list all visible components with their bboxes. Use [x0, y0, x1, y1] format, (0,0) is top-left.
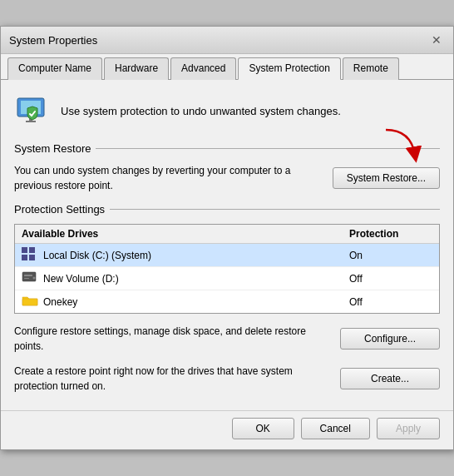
system-restore-button[interactable]: System Restore... [333, 167, 440, 189]
tab-remote[interactable]: Remote [343, 57, 399, 80]
drive-d-name: New Volume (D:) [43, 273, 119, 285]
configure-description: Configure restore settings, manage disk … [14, 324, 328, 354]
dialog-title: System Properties [9, 34, 97, 47]
svg-rect-12 [22, 299, 37, 305]
system-properties-dialog: System Properties ✕ Computer Name Hardwa… [0, 26, 454, 450]
protection-icon [14, 92, 51, 131]
drive-onekey-label: Onekey [22, 294, 349, 310]
svg-rect-6 [22, 255, 27, 260]
restore-row: You can undo system changes by reverting… [14, 163, 440, 193]
footer: OK Cancel Apply [1, 410, 453, 449]
system-restore-label: System Restore [14, 142, 91, 155]
protection-settings-label: Protection Settings [14, 203, 105, 216]
drive-c-protection: On [349, 250, 432, 261]
svg-rect-10 [24, 278, 29, 279]
drive-d-icon [22, 270, 38, 286]
table-header: Available Drives Protection [15, 225, 439, 244]
svg-rect-8 [22, 272, 36, 281]
drive-onekey-name: Onekey [43, 296, 77, 308]
tab-content: Use system protection to undo unwanted s… [1, 80, 453, 410]
system-restore-header: System Restore [14, 142, 440, 155]
svg-rect-9 [24, 275, 32, 276]
svg-rect-4 [22, 247, 27, 253]
svg-rect-3 [26, 121, 36, 122]
tab-hardware[interactable]: Hardware [104, 57, 169, 80]
drives-table: Available Drives Protection [14, 224, 440, 314]
tab-advanced[interactable]: Advanced [170, 57, 236, 80]
system-restore-section: System Restore You can undo system chang… [14, 142, 440, 193]
drive-onekey-protection: Off [349, 296, 432, 308]
tab-bar: Computer Name Hardware Advanced System P… [1, 54, 453, 80]
header-section: Use system protection to undo unwanted s… [14, 92, 440, 131]
tab-computer-name[interactable]: Computer Name [7, 57, 102, 80]
protection-settings-header: Protection Settings [14, 203, 440, 216]
svg-rect-7 [29, 255, 35, 260]
configure-button[interactable]: Configure... [340, 328, 440, 350]
col-available-drives: Available Drives [22, 228, 349, 240]
configure-row: Configure restore settings, manage disk … [14, 324, 440, 354]
restore-description: You can undo system changes by reverting… [14, 163, 321, 193]
drive-c-icon [22, 247, 38, 263]
header-description: Use system protection to undo unwanted s… [61, 105, 341, 117]
section-divider-2 [110, 209, 440, 210]
section-divider [96, 148, 440, 149]
cancel-button[interactable]: Cancel [301, 418, 370, 439]
title-bar: System Properties ✕ [1, 27, 453, 54]
tab-system-protection[interactable]: System Protection [238, 57, 340, 80]
create-button[interactable]: Create... [340, 368, 440, 389]
create-description: Create a restore point right now for the… [14, 364, 328, 394]
svg-point-11 [33, 277, 36, 280]
drive-d-label: New Volume (D:) [22, 270, 349, 286]
svg-rect-5 [29, 247, 35, 253]
table-row[interactable]: Local Disk (C:) (System) On [15, 244, 439, 267]
folder-icon [22, 294, 38, 310]
apply-button[interactable]: Apply [377, 418, 440, 439]
drive-c-name: Local Disk (C:) (System) [43, 250, 151, 261]
table-row[interactable]: New Volume (D:) Off [15, 267, 439, 290]
table-row[interactable]: Onekey Off [15, 290, 439, 313]
drive-c-label: Local Disk (C:) (System) [22, 247, 349, 263]
close-button[interactable]: ✕ [428, 32, 445, 48]
protection-settings-section: Protection Settings Available Drives Pro… [14, 203, 440, 314]
ok-button[interactable]: OK [232, 418, 294, 439]
create-row: Create a restore point right now for the… [14, 364, 440, 394]
col-protection: Protection [349, 228, 432, 240]
drive-d-protection: Off [349, 273, 432, 285]
